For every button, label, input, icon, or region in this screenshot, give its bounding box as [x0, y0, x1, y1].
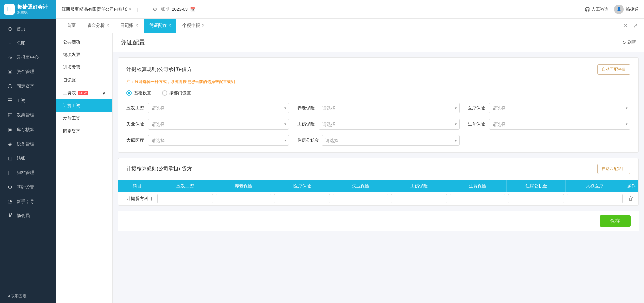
tab-voucher-close[interactable]: ×: [169, 23, 171, 28]
sidebar-label-guide: 新手引导: [17, 199, 34, 205]
app-name: 畅捷通好会计: [17, 4, 48, 10]
tab-tax-label: 个税申报: [182, 22, 200, 29]
leftnav-payroll-pay[interactable]: 发放工资: [56, 112, 112, 125]
input-credit-dae[interactable]: [567, 194, 622, 203]
credit-section: 计提核算规则(公司承担)-贷方 自动匹配科目 科目 应发工资 养老保险 医疗保险…: [118, 158, 639, 206]
refresh-label: 刷新: [627, 39, 636, 45]
sidebar-nav: ⊙ 首页 ≡ 总账 ∿ 云报表中心 ◎ 资金管理 ⬡ 固定资产 ☰ 工资 ◱ 发…: [0, 19, 56, 289]
save-btn[interactable]: 保存: [600, 215, 631, 227]
sidebar-item-inventory[interactable]: ▣ 库存核算: [0, 122, 56, 137]
tabs-bar: 首页 资金分析 × 日记账 × 凭证配置 × 个税申报 × ✕ ⤢: [56, 19, 644, 33]
tax-icon: ◈: [7, 141, 13, 147]
sidebar-item-capital[interactable]: ◎ 资金管理: [0, 64, 56, 79]
sidebar-label-ledger: 总账: [17, 40, 25, 46]
headset-icon: 🎧: [585, 7, 590, 12]
radio-basic[interactable]: 基础设置: [126, 90, 151, 96]
sidebar-item-guide[interactable]: ◔ 新手引导: [0, 194, 56, 209]
debit-auto-match-btn[interactable]: 自动匹配科目: [597, 64, 630, 75]
input-credit-gongjijin[interactable]: [508, 194, 564, 203]
main-area: 江西服宝精品有限责任公司内账张 ▾ | ＋ ⚙ 账期 2023-03 📅 🎧 人…: [56, 0, 644, 303]
leftnav-public[interactable]: 公共选项: [56, 36, 112, 48]
calendar-icon[interactable]: 📅: [190, 7, 195, 12]
select-yingfa[interactable]: 请选择: [148, 103, 289, 113]
sidebar-unpin[interactable]: ◄取消固定: [0, 289, 56, 303]
period-value: 2023-03: [172, 7, 188, 12]
sidebar-label-inventory: 库存核算: [17, 127, 34, 133]
sidebar-item-assets[interactable]: ⬡ 固定资产: [0, 79, 56, 93]
radio-group: 基础设置 按部门设置: [126, 90, 630, 96]
salary-icon: ☰: [7, 97, 13, 104]
input-credit-yanglao[interactable]: [216, 194, 271, 203]
close-tab-btn[interactable]: ✕: [622, 21, 629, 30]
select-yiliao[interactable]: 请选择: [489, 103, 630, 113]
input-credit-gongshang[interactable]: [391, 194, 447, 203]
leftnav-purchase[interactable]: 进项发票: [56, 61, 112, 74]
app-edition: 旗舰版: [17, 10, 48, 15]
credit-auto-match-btn[interactable]: 自动匹配科目: [597, 164, 630, 174]
select-shiye[interactable]: 请选择: [148, 119, 289, 130]
leftnav-payroll-calc[interactable]: 计提工资: [56, 99, 112, 112]
debit-section-title: 计提核算规则(公司承担)-借方: [126, 66, 192, 73]
input-credit-yiliao[interactable]: [274, 194, 330, 203]
select-wrapper-yingfa: 请选择 ▾: [148, 103, 289, 113]
tab-capital-close[interactable]: ×: [107, 23, 109, 28]
tab-tax-close[interactable]: ×: [202, 23, 204, 28]
th-yingfa: 应发工资: [156, 180, 214, 192]
app-logo: iT 畅捷通好会计 旗舰版: [0, 0, 56, 19]
sidebar-item-closing[interactable]: ◻ 结账: [0, 151, 56, 165]
select-wrapper-gongshang: 请选择 ▾: [319, 119, 460, 130]
field-gongshang: 工伤保险 请选择 ▾: [297, 119, 460, 130]
company-selector[interactable]: 江西服宝精品有限责任公司内账张 ▾: [62, 6, 131, 12]
sidebar-item-archive[interactable]: ◫ 归档管理: [0, 165, 56, 180]
tab-voucher-label: 凭证配置: [149, 22, 167, 29]
tab-tax[interactable]: 个税申报 ×: [177, 19, 210, 33]
delete-row-btn[interactable]: 🗑: [628, 196, 634, 201]
add-account-btn[interactable]: ＋: [143, 6, 149, 13]
select-dae[interactable]: 请选择: [148, 135, 289, 146]
field-yiliao: 医疗保险 请选择 ▾: [468, 103, 630, 113]
input-credit-shengyu[interactable]: [450, 194, 505, 203]
radio-by-dept[interactable]: 按部门设置: [162, 90, 191, 96]
sidebar-item-home[interactable]: ⊙ 首页: [0, 21, 56, 36]
select-gongjijin[interactable]: 请选择: [322, 135, 460, 146]
tab-voucher[interactable]: 凭证配置 ×: [144, 19, 176, 33]
sidebar-item-ledger[interactable]: ≡ 总账: [0, 36, 56, 50]
content-area: 公共选项 销项发票 进项发票 日记账 工资表 NEW ∨ 计提工资 发放工资 固…: [56, 33, 644, 303]
settings-btn[interactable]: ⚙: [153, 6, 157, 12]
input-credit-shiye[interactable]: [333, 194, 388, 203]
refresh-btn[interactable]: ↻ 刷新: [622, 39, 636, 45]
leftnav-sales[interactable]: 销项发票: [56, 48, 112, 61]
leftnav-journal[interactable]: 日记账: [56, 74, 112, 87]
tab-journal-close[interactable]: ×: [136, 23, 138, 28]
topbar: 江西服宝精品有限责任公司内账张 ▾ | ＋ ⚙ 账期 2023-03 📅 🎧 人…: [56, 0, 644, 19]
tab-journal[interactable]: 日记账 ×: [115, 19, 143, 33]
consult-btn[interactable]: 🎧 人工咨询: [585, 6, 609, 12]
invoice-icon: ◱: [7, 112, 13, 118]
sidebar-label-salary: 工资: [17, 98, 25, 104]
field-shiye: 失业保险 请选择 ▾: [126, 119, 289, 130]
sidebar-item-reports[interactable]: ∿ 云报表中心: [0, 50, 56, 64]
sidebar-item-vip[interactable]: V 畅会员: [0, 209, 56, 223]
select-yanglao[interactable]: 请选择: [319, 103, 460, 113]
cell-delete: 🗑: [624, 192, 638, 205]
user-menu[interactable]: 👤 畅捷通: [614, 5, 639, 14]
save-label: 保存: [610, 218, 620, 223]
tab-capital[interactable]: 资金分析 ×: [82, 19, 114, 33]
sidebar-item-tax[interactable]: ◈ 税务管理: [0, 137, 56, 151]
input-credit-yingfa[interactable]: [157, 194, 213, 203]
select-gongshang[interactable]: 请选择: [319, 119, 460, 130]
expand-tabs-btn[interactable]: ⤢: [632, 21, 639, 30]
select-wrapper-dae: 请选择 ▾: [148, 135, 289, 146]
leftnav-fixed-assets[interactable]: 固定资产: [56, 125, 112, 138]
tab-home[interactable]: 首页: [62, 19, 81, 33]
label-shengyu: 生育保险: [468, 121, 486, 127]
select-wrapper-shengyu: 请选择 ▾: [489, 119, 630, 130]
sidebar-item-settings[interactable]: ⚙ 基础设置: [0, 180, 56, 194]
leftnav-payroll-table[interactable]: 工资表 NEW ∨: [56, 87, 112, 99]
select-shengyu[interactable]: 请选择: [489, 119, 630, 130]
sidebar-item-salary[interactable]: ☰ 工资: [0, 93, 56, 108]
sidebar-item-invoice[interactable]: ◱ 发票管理: [0, 108, 56, 122]
cell-yiliao: [273, 192, 331, 205]
cell-yingfa: [156, 192, 214, 205]
th-shengyu: 生育保险: [448, 180, 507, 192]
